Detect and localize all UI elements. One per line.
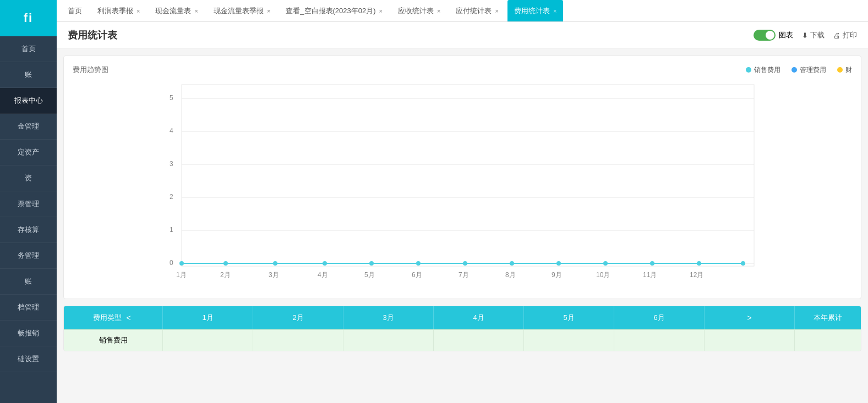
sidebar: fi 首页 账 报表中心 金管理 定资产 资 票管理 存核算 务管理 账 档管理… (0, 0, 57, 403)
svg-rect-12 (182, 85, 754, 266)
tab-profit-quarterly[interactable]: 利润表季报 × (91, 0, 146, 21)
table-header: 费用类型 < 1月 2月 3月 4月 5月 6月 > 本年累计 (64, 306, 861, 329)
chart-toggle-label: 图表 (779, 30, 793, 40)
chart-toggle-wrapper: 图表 (754, 30, 793, 41)
sidebar-item-account[interactable]: 账 (0, 269, 57, 295)
tab-receivable[interactable]: 应收统计表 × (391, 0, 447, 21)
td-sales-m3 (343, 330, 434, 351)
th-yearly-total: 本年累计 (795, 306, 861, 329)
svg-text:10月: 10月 (596, 271, 610, 279)
svg-point-23 (650, 261, 654, 266)
svg-text:6月: 6月 (412, 271, 422, 279)
close-icon[interactable]: × (267, 8, 270, 14)
trend-chart: 5 4 3 2 1 0 (73, 79, 852, 288)
svg-point-13 (179, 261, 184, 266)
print-button[interactable]: 🖨 打印 (833, 30, 857, 40)
tab-cashflow-quarterly[interactable]: 现金流量表季报 × (207, 0, 277, 21)
legend-dot-finance (837, 67, 843, 73)
close-icon[interactable]: × (379, 8, 383, 14)
legend-item-admin: 管理费用 (791, 65, 826, 75)
th-month-1: 1月 (163, 306, 253, 329)
th-month-5: 5月 (524, 306, 614, 329)
th-month-3: 3月 (343, 306, 434, 329)
sidebar-item-service[interactable]: 务管理 (0, 243, 57, 269)
nav-next-arrow[interactable]: > (745, 313, 754, 322)
td-sales-m2 (253, 330, 343, 351)
td-sales-total (795, 330, 861, 351)
svg-text:3月: 3月 (269, 271, 279, 279)
legend-dot-sales (746, 67, 751, 73)
svg-text:5: 5 (170, 94, 173, 102)
tab-payable[interactable]: 应付统计表 × (449, 0, 505, 21)
page-header: 费用统计表 图表 ⬇ 下载 🖨 打印 (57, 22, 868, 49)
chart-toggle[interactable] (754, 30, 776, 41)
tab-home[interactable]: 首页 (61, 0, 89, 21)
svg-text:7月: 7月 (458, 271, 469, 279)
page-content: 费用统计表 图表 ⬇ 下载 🖨 打印 费用趋势图 (57, 22, 868, 403)
svg-point-19 (463, 261, 467, 266)
download-button[interactable]: ⬇ 下载 (802, 30, 825, 40)
tabs-bar: 首页 利润表季报 × 现金流量表 × 现金流量表季报 × 查看_空白报表(202… (57, 0, 868, 22)
close-icon[interactable]: × (137, 8, 140, 14)
chart-title: 费用趋势图 (73, 65, 108, 75)
sidebar-item-archive[interactable]: 档管理 (0, 295, 57, 321)
svg-point-24 (697, 261, 701, 266)
nav-prev-arrow[interactable]: < (124, 313, 133, 322)
table-section: 费用类型 < 1月 2月 3月 4月 5月 6月 > 本年累计 销售费用 (63, 306, 861, 351)
sidebar-item-reports[interactable]: 报表中心 (0, 88, 57, 114)
svg-text:3: 3 (170, 160, 173, 168)
svg-point-16 (323, 261, 327, 266)
sidebar-item-ledger[interactable]: 账 (0, 62, 57, 88)
sidebar-item-expense[interactable]: 畅报销 (0, 321, 57, 346)
tab-blank-report[interactable]: 查看_空白报表(2023年02月) × (279, 0, 389, 21)
svg-point-17 (369, 261, 374, 266)
nav-next-arrow-cell: > (705, 306, 795, 329)
svg-text:2: 2 (170, 193, 173, 201)
page-title: 费用统计表 (68, 29, 117, 42)
svg-point-22 (603, 261, 608, 266)
close-icon[interactable]: × (495, 8, 498, 14)
th-month-6: 6月 (614, 306, 705, 329)
th-month-4: 4月 (434, 306, 524, 329)
chart-section: 费用趋势图 销售费用 管理费用 财 (63, 56, 861, 299)
td-sales-m4 (434, 330, 524, 351)
legend-item-finance: 财 (837, 65, 852, 75)
svg-text:9月: 9月 (552, 271, 562, 279)
legend-label-sales: 销售费用 (754, 65, 780, 75)
legend-item-sales: 销售费用 (746, 65, 780, 75)
close-icon[interactable]: × (194, 8, 198, 14)
svg-text:11月: 11月 (643, 271, 657, 279)
td-sales-m6 (614, 330, 705, 351)
td-sales-m5 (524, 330, 614, 351)
svg-point-15 (273, 261, 277, 266)
svg-text:0: 0 (170, 259, 173, 267)
svg-point-21 (556, 261, 561, 266)
main-panel: 首页 利润表季报 × 现金流量表 × 现金流量表季报 × 查看_空白报表(202… (57, 0, 868, 403)
tab-expense[interactable]: 费用统计表 × (507, 0, 563, 21)
svg-point-20 (510, 261, 514, 266)
svg-text:1月: 1月 (176, 271, 187, 279)
chart-header: 费用趋势图 销售费用 管理费用 财 (73, 65, 852, 75)
svg-text:8月: 8月 (505, 271, 516, 279)
download-icon: ⬇ (802, 31, 808, 40)
legend-dot-admin (791, 67, 797, 73)
close-icon[interactable]: × (553, 8, 556, 14)
tab-cashflow[interactable]: 现金流量表 × (149, 0, 204, 21)
svg-text:2月: 2月 (220, 271, 231, 279)
sidebar-item-invoice[interactable]: 票管理 (0, 191, 57, 217)
sidebar-item-assets[interactable]: 定资产 (0, 140, 57, 165)
td-sales-nav (705, 330, 795, 351)
close-icon[interactable]: × (437, 8, 440, 14)
sidebar-item-inventory[interactable]: 存核算 (0, 217, 57, 243)
td-sales-type: 销售费用 (64, 330, 163, 351)
sidebar-item-capital[interactable]: 资 (0, 165, 57, 191)
svg-text:1: 1 (170, 226, 173, 234)
th-expense-type: 费用类型 < (64, 306, 163, 329)
sidebar-item-home[interactable]: 首页 (0, 36, 57, 62)
th-month-2: 2月 (253, 306, 343, 329)
svg-point-25 (741, 261, 745, 266)
sidebar-logo: fi (0, 0, 57, 36)
table-row-sales: 销售费用 (64, 329, 861, 351)
sidebar-item-cash[interactable]: 金管理 (0, 114, 57, 140)
sidebar-item-settings[interactable]: 础设置 (0, 346, 57, 372)
